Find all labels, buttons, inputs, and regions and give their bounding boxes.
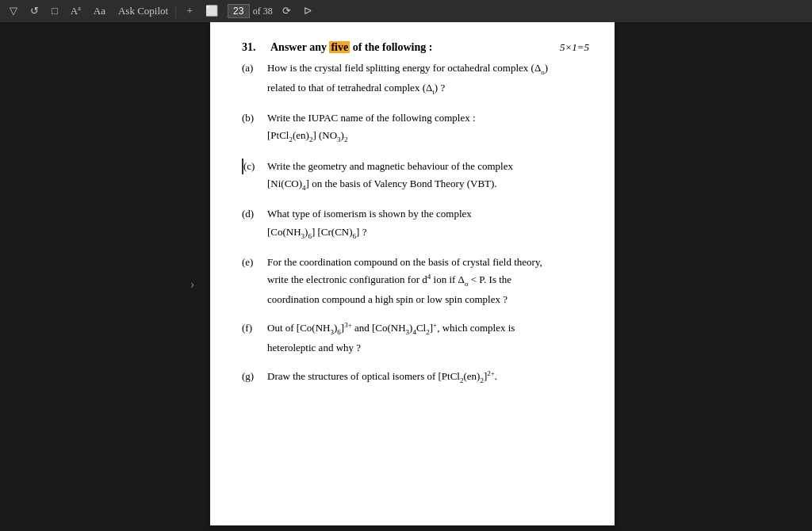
content-c: Write the geometry and magnetic behaviou… bbox=[267, 159, 589, 196]
font-icon[interactable]: Aa bbox=[67, 3, 84, 19]
label-b: (b) bbox=[242, 110, 267, 126]
label-c: (c) bbox=[242, 159, 267, 174]
label-g: (g) bbox=[242, 369, 267, 384]
view-mode-icon[interactable]: ⬜ bbox=[202, 3, 221, 19]
label-a: (a) bbox=[242, 60, 267, 76]
content-b: Write the IUPAC name of the following co… bbox=[267, 110, 589, 147]
content-e: For the coordination compound on the bas… bbox=[267, 254, 589, 309]
share-icon[interactable]: ᐅ bbox=[301, 3, 315, 19]
question-number: 31. bbox=[242, 41, 264, 54]
content-a: How is the crystal field splitting energ… bbox=[267, 60, 589, 99]
add-icon[interactable]: + bbox=[183, 3, 195, 19]
label-f: (f) bbox=[242, 320, 267, 336]
refresh-icon[interactable]: ⟳ bbox=[279, 3, 294, 19]
content-g: Draw the structures of optical isomers o… bbox=[267, 369, 589, 388]
page-of-text: of 38 bbox=[253, 6, 273, 17]
document-page: 31. Answer any five of the following : 5… bbox=[210, 22, 615, 525]
highlight-five: five bbox=[329, 41, 350, 53]
content-d: What type of isomerism is shown by the c… bbox=[267, 206, 589, 243]
sub-question-e: (e) For the coordination compound on the… bbox=[242, 254, 589, 309]
page-info: of 38 bbox=[228, 4, 273, 18]
dark-background-left bbox=[0, 22, 210, 531]
content-f: Out of [Co(NH3)6]3+ and [Co(NH3)4Cl2]+, … bbox=[267, 320, 589, 357]
sub-question-b: (b) Write the IUPAC name of the followin… bbox=[242, 110, 589, 147]
sub-question-d: (d) What type of isomerism is shown by t… bbox=[242, 206, 589, 243]
page-number-input[interactable] bbox=[228, 4, 250, 18]
toolbar: ▽ ↺ □ Aa Aa Ask Copilot | + ⬜ of 38 ⟳ ᐅ bbox=[0, 0, 812, 22]
prev-page-arrow[interactable]: › bbox=[190, 277, 194, 292]
marks: 5×1=5 bbox=[560, 41, 589, 54]
view-icon[interactable]: □ bbox=[48, 3, 61, 19]
sub-question-c: (c) Write the geometry and magnetic beha… bbox=[242, 159, 589, 196]
label-d: (d) bbox=[242, 206, 267, 222]
dark-background-right bbox=[615, 22, 812, 531]
ask-copilot-button[interactable]: Ask Copilot bbox=[118, 5, 168, 17]
menu-icon[interactable]: ▽ bbox=[6, 3, 21, 19]
label-e: (e) bbox=[242, 254, 267, 270]
sub-question-a: (a) How is the crystal field splitting e… bbox=[242, 60, 589, 99]
text-icon[interactable]: Aa bbox=[90, 3, 109, 19]
sub-question-f: (f) Out of [Co(NH3)6]3+ and [Co(NH3)4Cl2… bbox=[242, 320, 589, 357]
question-title: Answer any five of the following : bbox=[270, 41, 432, 54]
sub-question-g: (g) Draw the structures of optical isome… bbox=[242, 369, 589, 388]
separator: | bbox=[174, 4, 177, 18]
back-icon[interactable]: ↺ bbox=[27, 3, 42, 19]
